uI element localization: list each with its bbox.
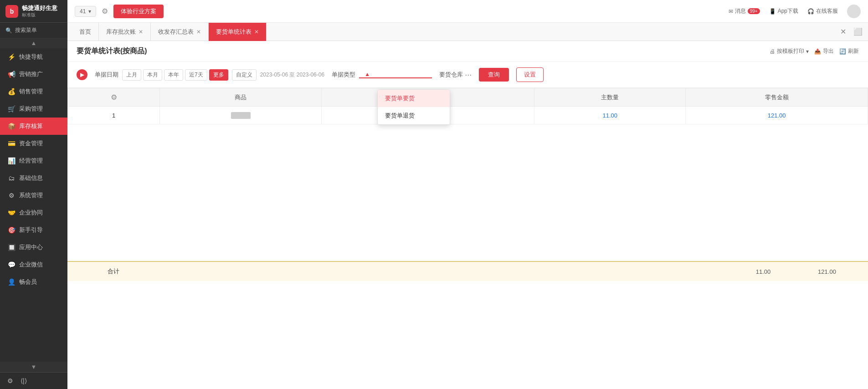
sidebar-item-enterprise[interactable]: 🤝企业协同 [0, 204, 67, 221]
sidebar-settings-icon[interactable]: ⚙ [7, 377, 13, 384]
topbar-settings-icon[interactable]: ⚙ [102, 7, 108, 15]
cell-quantity[interactable]: 11.00 [534, 107, 686, 124]
app-logo-text: 畅捷通好生意 标准版 [22, 5, 57, 18]
tab-inventory-batch[interactable]: 库存批次账 ✕ [99, 23, 151, 41]
export-btn[interactable]: 📤 导出 [814, 47, 834, 55]
tab-close-all-btn[interactable]: ✕ [838, 26, 848, 38]
sidebar-nav: ⚡快捷导航📢营销推广💰销售管理🛒采购管理📦库存核算💳资金管理📊经营管理🗂基础信息… [0, 48, 67, 362]
app-title: 畅捷通好生意 [22, 5, 57, 12]
sidebar-item-label: 经营管理 [19, 157, 43, 165]
sidebar-item-label: 企业微信 [19, 261, 43, 269]
app-logo-icon: b [5, 5, 18, 18]
sidebar-search[interactable]: 🔍 搜索菜单 [0, 23, 67, 38]
online-service-action[interactable]: 🎧 在线客服 [807, 7, 838, 15]
refresh-btn[interactable]: 🔄 刷新 [839, 47, 859, 55]
sidebar-item-wechat[interactable]: 💬企业微信 [0, 256, 67, 273]
sidebar-item-system[interactable]: ⚙系统管理 [0, 187, 67, 204]
tab-expand-btn[interactable]: ⬜ [852, 26, 864, 38]
sidebar-scroll-up[interactable]: ▲ [0, 38, 67, 48]
online-service-label: 在线客服 [816, 7, 838, 15]
sidebar-item-label: 销售管理 [19, 87, 43, 96]
sidebar-logo: b 畅捷通好生意 标准版 [0, 0, 67, 23]
print-template-btn[interactable]: 🖨 按模板打印 ▾ [770, 47, 809, 55]
sidebar-item-guide[interactable]: 🎯新手引导 [0, 221, 67, 239]
sidebar-item-label: 系统管理 [19, 191, 43, 200]
message-action[interactable]: ✉ 消息 99+ [729, 7, 760, 15]
sidebar-item-finance[interactable]: 💳资金管理 [0, 135, 67, 152]
chevron-down-icon: ▾ [88, 8, 91, 15]
type-selected-value [359, 72, 363, 76]
table-row: 1 块 11.00 121.00 [68, 107, 868, 124]
sidebar-item-label: 快捷导航 [19, 53, 43, 61]
basic-icon: 🗂 [7, 174, 15, 182]
dropdown-option-yao[interactable]: 要货单要货 [378, 90, 450, 107]
company-selector-value: 41 [80, 8, 86, 15]
sidebar-item-quick-nav[interactable]: ⚡快捷导航 [0, 48, 67, 66]
app-download-action[interactable]: 📱 App下载 [769, 7, 798, 15]
sidebar-item-label: 采购管理 [19, 105, 43, 113]
tab-sales-summary-close[interactable]: ✕ [196, 29, 201, 35]
sidebar-item-marketing[interactable]: 📢营销推广 [0, 66, 67, 83]
warehouse-filter-group: 要货仓库 ··· [439, 70, 472, 80]
summary-quantity: 11.00 [740, 268, 786, 275]
filter-settings-button[interactable]: 设置 [516, 67, 544, 82]
date-this-month-btn[interactable]: 本月 [143, 69, 162, 81]
tab-sales-summary-label: 收发存汇总表 [158, 28, 194, 36]
column-settings-btn[interactable]: ⚙ [111, 93, 117, 102]
sidebar-item-label: 新手引导 [19, 226, 43, 234]
sidebar-item-sales[interactable]: 💰销售管理 [0, 83, 67, 100]
appstore-icon: 🔲 [7, 244, 15, 251]
page-actions: 🖨 按模板打印 ▾ 📤 导出 🔄 刷新 [770, 47, 859, 55]
page-content: 要货单统计表(按商品) 🖨 按模板打印 ▾ 📤 导出 🔄 刷新 ▶ [67, 41, 868, 389]
sidebar-item-purchase[interactable]: 🛒采购管理 [0, 100, 67, 118]
company-selector[interactable]: 41 ▾ [75, 6, 96, 17]
col-header-quantity: 主数量 [534, 88, 686, 107]
date-last-month-btn[interactable]: 上月 [122, 69, 141, 81]
tab-order-stats[interactable]: 要货单统计表 ✕ [209, 23, 267, 41]
date-more-btn[interactable]: 更多 [209, 69, 228, 81]
wechat-icon: 💬 [7, 261, 15, 268]
cell-sales-amount[interactable]: 121.00 [686, 107, 868, 124]
date-last-7-days-btn[interactable]: 近7天 [185, 69, 207, 81]
inventory-icon: 📦 [7, 123, 15, 130]
date-custom-btn[interactable]: 自定义 [232, 69, 257, 81]
sidebar-collapse-icon[interactable]: ⟨|⟩ [21, 377, 27, 384]
warehouse-more-btn[interactable]: ··· [465, 70, 472, 80]
tab-order-stats-close[interactable]: ✕ [254, 29, 259, 35]
app-subtitle: 标准版 [22, 12, 57, 18]
page-header: 要货单统计表(按商品) 🖨 按模板打印 ▾ 📤 导出 🔄 刷新 [67, 41, 868, 62]
tab-home[interactable]: 首页 [72, 23, 99, 41]
tab-inventory-batch-label: 库存批次账 [106, 28, 136, 36]
cell-product [160, 107, 322, 124]
query-button[interactable]: 查询 [479, 68, 509, 82]
sidebar-item-basic[interactable]: 🗂基础信息 [0, 169, 67, 187]
tab-inventory-batch-close[interactable]: ✕ [139, 29, 143, 35]
sidebar: b 畅捷通好生意 标准版 🔍 搜索菜单 ▲ ⚡快捷导航📢营销推广💰销售管理🛒采购… [0, 0, 67, 389]
purchase-icon: 🛒 [7, 105, 15, 113]
sidebar-item-operations[interactable]: 📊经营管理 [0, 152, 67, 169]
sidebar-scroll-down[interactable]: ▼ [0, 362, 67, 372]
date-range-display: 2023-05-06 至 2023-06-06 [260, 71, 324, 79]
member-icon: 👤 [7, 278, 15, 286]
message-icon: ✉ [729, 8, 733, 15]
date-quick-buttons: 上月 本月 本年 近7天 更多 [122, 69, 228, 81]
refresh-icon: 🔄 [839, 48, 846, 55]
operations-icon: 📊 [7, 157, 15, 164]
tab-sales-summary[interactable]: 收发存汇总表 ✕ [151, 23, 209, 41]
trial-button[interactable]: 体验行业方案 [113, 5, 164, 18]
message-badge: 99+ [748, 8, 760, 14]
expand-filter-btn[interactable]: ▶ [77, 69, 87, 80]
tab-order-stats-label: 要货单统计表 [216, 28, 252, 36]
user-avatar[interactable] [847, 5, 861, 18]
sidebar-item-member[interactable]: 👤畅会员 [0, 273, 67, 291]
sidebar-item-inventory[interactable]: 📦库存核算 [0, 118, 67, 135]
chevron-down-icon: ▾ [806, 48, 809, 55]
dropdown-option-tui[interactable]: 要货单退货 [378, 107, 450, 124]
sidebar-item-appstore[interactable]: 🔲应用中心 [0, 239, 67, 256]
sidebar-item-label: 营销推广 [19, 70, 43, 78]
sidebar-item-label: 基础信息 [19, 174, 43, 182]
sales-icon: 💰 [7, 88, 15, 95]
system-icon: ⚙ [7, 192, 15, 199]
date-this-year-btn[interactable]: 本年 [164, 69, 183, 81]
main-content: 41 ▾ ⚙ 体验行业方案 ✉ 消息 99+ 📱 App下载 🎧 在线客服 [67, 0, 868, 389]
